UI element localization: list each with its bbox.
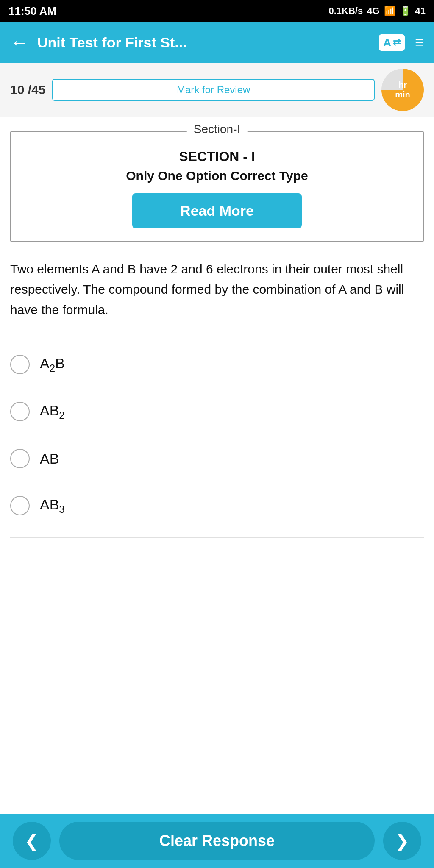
option-label-2: AB2 (40, 402, 65, 421)
radio-option-3[interactable] (10, 449, 30, 468)
battery-icon: 🔋 (400, 6, 411, 17)
option-item[interactable]: AB3 (10, 482, 424, 529)
option-item[interactable]: AB (10, 435, 424, 482)
section-subtitle: Only One Option Correct Type (24, 169, 410, 183)
translate-icon: ⇄ (393, 37, 401, 48)
section-header-container: Section-I SECTION - I Only One Option Co… (10, 131, 424, 242)
clear-response-button[interactable]: Clear Response (59, 822, 375, 860)
next-button[interactable]: ❯ (383, 822, 421, 860)
option-item[interactable]: A2B (10, 341, 424, 388)
translate-button[interactable]: A ⇄ (379, 34, 405, 51)
section-box: SECTION - I Only One Option Correct Type… (10, 131, 424, 242)
bottom-bar: ❮ Clear Response ❯ (0, 814, 434, 868)
signal-icon: 📶 (384, 6, 395, 17)
score-row: 10 /45 Mark for Review hr min (0, 63, 434, 117)
status-bar: 11:50 AM 0.1KB/s 4G 📶 🔋 41 (0, 0, 434, 22)
translate-label: A (383, 36, 391, 49)
battery-level: 41 (415, 6, 426, 17)
network-type: 4G (367, 6, 379, 17)
option-label-3: AB (40, 451, 59, 467)
radio-option-2[interactable] (10, 402, 30, 421)
radio-option-4[interactable] (10, 496, 30, 515)
menu-button[interactable]: ≡ (415, 33, 424, 51)
bottom-spacer (10, 546, 424, 606)
timer-hr-label: hr (398, 80, 407, 90)
score-display: 10 /45 (10, 83, 45, 97)
question-text: Two elements A and B have 2 and 6 electr… (10, 259, 424, 320)
back-button[interactable]: ← (10, 32, 29, 53)
divider (10, 537, 424, 538)
main-content: Section-I SECTION - I Only One Option Co… (0, 117, 434, 619)
option-label-1: A2B (40, 355, 65, 374)
network-speed: 0.1KB/s (328, 6, 363, 17)
options-list: A2B AB2 AB AB3 (10, 341, 424, 529)
prev-button[interactable]: ❮ (13, 822, 51, 860)
status-right: 0.1KB/s 4G 📶 🔋 41 (328, 6, 426, 17)
section-header-label: Section-I (187, 122, 248, 136)
read-more-button[interactable]: Read More (132, 193, 302, 228)
time-display: 11:50 AM (8, 5, 56, 18)
timer-display: hr min (381, 69, 424, 111)
option-label-4: AB3 (40, 496, 65, 515)
mark-for-review-button[interactable]: Mark for Review (52, 79, 375, 101)
section-title: SECTION - I (24, 149, 410, 164)
timer-min-label: min (395, 90, 410, 100)
option-item[interactable]: AB2 (10, 388, 424, 435)
page-title: Unit Test for First St... (37, 34, 379, 51)
radio-option-1[interactable] (10, 355, 30, 374)
app-bar: ← Unit Test for First St... A ⇄ ≡ (0, 22, 434, 63)
